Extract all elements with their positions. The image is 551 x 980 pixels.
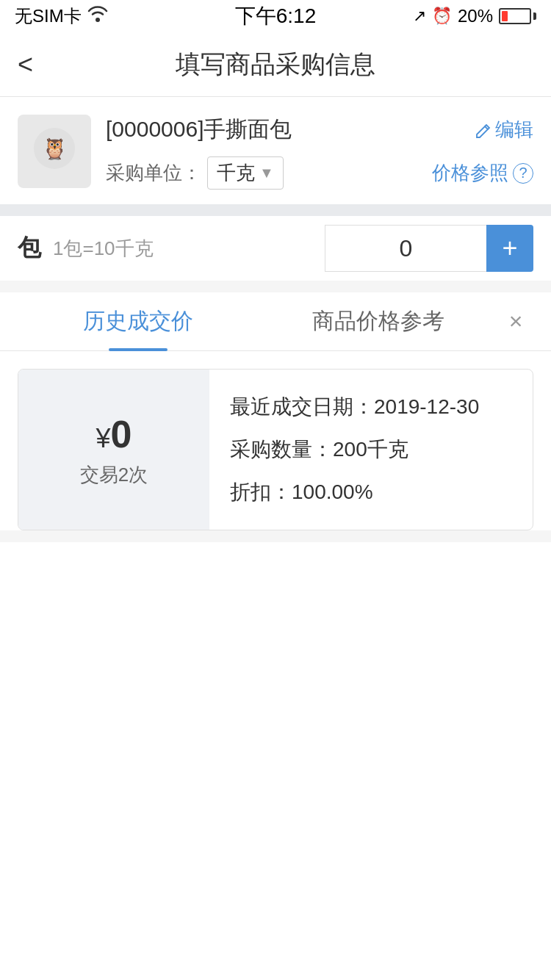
recent-date-value: 2019-12-30 — [374, 395, 479, 418]
product-card: 🦉 [0000006]手撕面包 编辑 — [0, 97, 551, 204]
tab-product-price-ref[interactable]: 商品价格参考 — [258, 292, 498, 351]
purchase-qty-row: 采购数量：200千克 — [230, 434, 512, 465]
currency-symbol: ¥ — [96, 423, 111, 453]
unit-conversion: 1包=10千克 — [53, 236, 154, 262]
status-carrier: 无SIM卡 — [15, 4, 108, 28]
svg-text:🦉: 🦉 — [42, 137, 68, 161]
price-details: 最近成交日期：2019-12-30 采购数量：200千克 折扣：100.00% — [209, 370, 533, 530]
product-row: 🦉 [0000006]手撕面包 编辑 — [18, 115, 533, 190]
carrier-text: 无SIM卡 — [15, 4, 82, 28]
edit-button[interactable]: 编辑 — [475, 117, 533, 143]
discount-label: 折扣： — [230, 480, 292, 503]
section-divider — [0, 204, 551, 216]
back-button[interactable]: < — [18, 49, 33, 80]
purchase-qty-value: 200千克 — [333, 438, 408, 461]
price-summary: ¥0 交易2次 — [18, 370, 209, 530]
plus-icon: + — [502, 233, 517, 264]
wifi-icon — [87, 6, 108, 26]
product-info: [0000006]手撕面包 编辑 采购单位： 千克 ▼ — [106, 115, 533, 190]
status-time: 下午6:12 — [235, 2, 317, 30]
price-ref-button[interactable]: 价格参照 ? — [432, 160, 533, 186]
tabs-section: 历史成交价 商品价格参考 × ¥0 交易2次 最近成交日期：2019 — [0, 292, 551, 530]
location-icon: ↗ — [413, 7, 426, 26]
tab2-label: 商品价格参考 — [312, 306, 444, 336]
battery-percent: 20% — [458, 6, 493, 26]
price-card: ¥0 交易2次 最近成交日期：2019-12-30 采购数量：200千克 折扣：… — [18, 369, 533, 530]
dropdown-arrow-icon: ▼ — [259, 165, 274, 181]
purchase-unit-label: 采购单位： — [106, 160, 201, 186]
tab-historical-price[interactable]: 历史成交价 — [18, 292, 258, 351]
page-title: 填写商品采购信息 — [176, 48, 375, 82]
quantity-controls: 0 + — [325, 225, 533, 272]
product-image-icon: 🦉 — [32, 126, 76, 177]
trade-count: 交易2次 — [80, 462, 148, 488]
main-content: 🦉 [0000006]手撕面包 编辑 — [0, 97, 551, 980]
recent-date-row: 最近成交日期：2019-12-30 — [230, 392, 512, 422]
tabs-header: 历史成交价 商品价格参考 × — [0, 292, 551, 351]
battery-icon — [499, 8, 536, 24]
price-amount-display: ¥0 — [96, 412, 132, 456]
quantity-unit: 包 — [18, 232, 47, 264]
quantity-input[interactable]: 0 — [325, 225, 486, 272]
unit-value: 千克 — [217, 160, 255, 186]
purchase-qty-label: 采购数量： — [230, 438, 333, 461]
status-right: ↗ ⏰ 20% — [413, 6, 536, 26]
help-icon: ? — [513, 163, 533, 184]
discount-value: 100.00% — [292, 480, 373, 503]
quantity-value: 0 — [400, 235, 413, 262]
price-value: 0 — [111, 413, 132, 455]
discount-row: 折扣：100.00% — [230, 477, 512, 508]
price-ref-label: 价格参照 — [432, 160, 508, 186]
tabs-close-button[interactable]: × — [498, 304, 533, 339]
unit-dropdown[interactable]: 千克 ▼ — [207, 156, 284, 190]
quantity-plus-button[interactable]: + — [486, 225, 533, 272]
status-bar: 无SIM卡 下午6:12 ↗ ⏰ 20% — [0, 0, 551, 32]
tab1-label: 历史成交价 — [83, 306, 193, 336]
alarm-icon: ⏰ — [432, 7, 452, 26]
close-icon: × — [509, 308, 523, 335]
recent-date-label: 最近成交日期： — [230, 395, 374, 418]
nav-bar: < 填写商品采购信息 — [0, 32, 551, 97]
empty-content-area — [0, 542, 551, 980]
quantity-row: 包 1包=10千克 0 + — [0, 216, 551, 281]
product-thumbnail: 🦉 — [18, 115, 91, 188]
purchase-row: 采购单位： 千克 ▼ 价格参照 ? — [106, 156, 533, 190]
purchase-unit-section: 采购单位： 千克 ▼ — [106, 156, 284, 190]
product-name-row: [0000006]手撕面包 编辑 — [106, 115, 533, 145]
tab-active-indicator — [109, 348, 168, 351]
product-name: [0000006]手撕面包 — [106, 115, 292, 145]
